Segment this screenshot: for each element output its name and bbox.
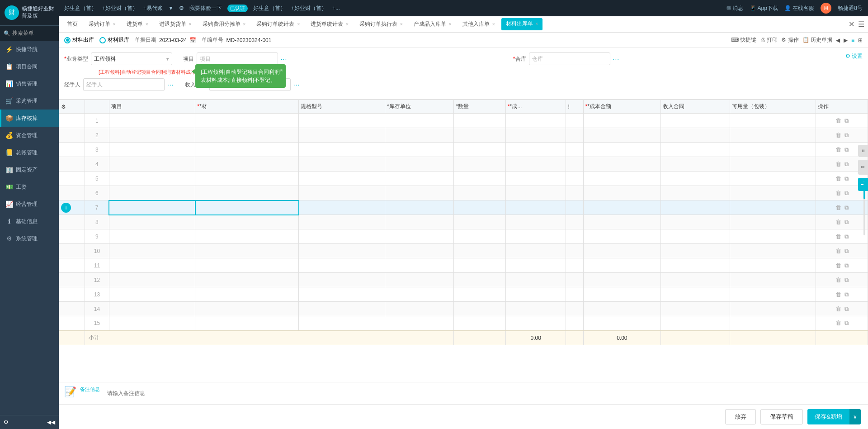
copy-row-icon[interactable]: ⧉ (844, 319, 849, 326)
sidebar-item-quick-nav[interactable]: ⚡ 快捷导航 (0, 41, 59, 58)
sidebar-item-basic[interactable]: ℹ 基础信息 (0, 213, 59, 230)
col-header-settings[interactable]: ⚙ (59, 100, 85, 114)
delete-row-icon[interactable]: 🗑 (835, 219, 841, 225)
sidebar-item-operations[interactable]: 📈 经营管理 (0, 195, 59, 213)
tab-close-icon[interactable]: × (113, 22, 116, 27)
copy-row-icon[interactable]: ⧉ (844, 248, 849, 254)
copy-row-icon[interactable]: ⧉ (844, 219, 849, 225)
delete-row-icon[interactable]: 🗑 (835, 146, 841, 153)
sidebar-item-sales[interactable]: 📊 销售管理 (0, 75, 59, 92)
settings-btn[interactable]: ⚙ 设置 (845, 52, 863, 60)
tab-purchase-exec[interactable]: 采购订单执行表× (355, 19, 407, 30)
extra-nav-2[interactable]: +好业财（首） (291, 5, 327, 12)
global-nav-item-3[interactable]: +易代账 (143, 5, 163, 12)
topbar-menu-btn[interactable]: ☰ (858, 20, 864, 29)
scrollbar-thumb[interactable] (863, 181, 865, 199)
save-new-button[interactable]: 保存&新增 (807, 409, 849, 424)
tab-close-icon[interactable]: × (400, 22, 403, 27)
extra-nav-1[interactable]: 好生意（首） (253, 5, 286, 12)
radio-material-out[interactable]: 材料出库 (64, 36, 94, 44)
copy-row-icon[interactable]: ⧉ (844, 132, 849, 138)
warehouse-more-icon[interactable]: ··· (613, 55, 620, 62)
delete-row-icon[interactable]: 🗑 (835, 319, 841, 326)
sidebar-item-ledger[interactable]: 📒 总账管理 (0, 144, 59, 161)
sidebar-item-inventory[interactable]: 📦 库存核算 (0, 110, 59, 127)
copy-row-icon[interactable]: ⧉ (844, 161, 849, 167)
project-more-icon[interactable]: ··· (281, 55, 288, 62)
sidebar-item-project[interactable]: 📋 项目合同 (0, 58, 59, 75)
settings-gear-icon[interactable]: ⚙ (179, 5, 184, 11)
tab-other-inbound[interactable]: 其他入库单× (458, 19, 500, 30)
tab-incoming-stats[interactable]: 进货单统计表× (306, 19, 353, 30)
copy-row-icon[interactable]: ⧉ (844, 175, 849, 182)
copy-row-icon[interactable]: ⧉ (844, 146, 849, 153)
topbar-close-btn[interactable]: ✕ (849, 20, 854, 29)
delete-row-icon[interactable]: 🗑 (835, 190, 841, 196)
copy-row-icon[interactable]: ⧉ (844, 262, 849, 269)
view-list-icon[interactable]: ≡ (851, 37, 854, 43)
delete-row-icon[interactable]: 🗑 (835, 233, 841, 240)
tab-close-icon[interactable]: × (146, 22, 148, 27)
global-nav-dropdown-icon[interactable]: ▼ (168, 5, 174, 11)
sidebar-search[interactable]: 🔍 搜索菜单 (0, 26, 59, 41)
tab-close-icon[interactable]: × (492, 22, 495, 27)
tab-material-outbound[interactable]: 材料出库单× (501, 18, 543, 30)
settings-icon[interactable]: ⚙ (4, 419, 9, 425)
copy-row-icon[interactable]: ⧉ (844, 291, 849, 298)
handler-more-icon[interactable]: ··· (167, 81, 174, 88)
income-contract-more-icon[interactable]: ··· (293, 81, 300, 88)
discard-button[interactable]: 放弃 (725, 409, 756, 424)
delete-row-icon[interactable]: 🗑 (835, 262, 841, 269)
right-panel-btn-1[interactable]: ≡ (858, 145, 868, 157)
handler-input[interactable]: 经手人 (83, 78, 165, 91)
history-btn[interactable]: 📋 历史单据 (802, 36, 832, 44)
sidebar-item-assets[interactable]: 🏢 固定资产 (0, 161, 59, 178)
right-panel-btn-2[interactable]: ✏ (858, 160, 868, 175)
save-draft-button[interactable]: 保存草稿 (760, 409, 803, 424)
tab-home[interactable]: 首页 (62, 19, 82, 30)
warehouse-input[interactable]: 仓库 (529, 52, 610, 65)
view-grid-icon[interactable]: ⊞ (858, 37, 863, 43)
delete-row-icon[interactable]: 🗑 (835, 276, 841, 283)
project-input[interactable]: 项目 (197, 52, 278, 65)
col-header-info[interactable]: ! (566, 100, 583, 114)
print-btn[interactable]: 🖨 打印 (760, 36, 778, 44)
radio-material-return[interactable]: 材料退库 (99, 36, 129, 44)
delete-row-icon[interactable]: 🗑 (835, 204, 841, 211)
copy-row-icon[interactable]: ⧉ (844, 276, 849, 283)
tab-purchase-order[interactable]: 采购订单× (84, 19, 120, 30)
experience-link[interactable]: 我要体验一下 (189, 5, 222, 12)
shortcut-btn[interactable]: ⌨ 快捷键 (731, 36, 756, 44)
business-type-input[interactable]: 工程领料 ▼ (91, 52, 172, 65)
add-row-button[interactable]: + (61, 203, 71, 213)
sidebar-item-finance[interactable]: 💰 资金管理 (0, 127, 59, 144)
copy-row-icon[interactable]: ⧉ (844, 190, 849, 196)
delete-row-icon[interactable]: 🗑 (835, 117, 841, 124)
collapse-icon[interactable]: ◀◀ (47, 419, 55, 425)
copy-row-icon[interactable]: ⧉ (844, 204, 849, 211)
right-panel-btn-3[interactable]: ⬆ (858, 178, 868, 191)
notes-input[interactable] (104, 386, 863, 400)
sidebar-item-purchase[interactable]: 🛒 采购管理 (0, 92, 59, 110)
tab-close-icon[interactable]: × (189, 22, 192, 27)
sidebar-item-payroll[interactable]: 💵 工资 (0, 178, 59, 195)
tab-product-inbound[interactable]: 产成品入库单× (409, 19, 456, 30)
app-download-link[interactable]: 📱 App下载 (750, 5, 778, 12)
nav-next-icon[interactable]: ▶ (844, 37, 848, 43)
extra-nav-3[interactable]: +... (332, 5, 340, 11)
delete-row-icon[interactable]: 🗑 (835, 248, 841, 254)
delete-row-icon[interactable]: 🗑 (835, 291, 841, 298)
tab-close-icon[interactable]: × (449, 22, 452, 27)
operations-btn[interactable]: ⚙ 操作 (781, 36, 798, 44)
tab-incoming[interactable]: 进货单× (122, 19, 153, 30)
copy-row-icon[interactable]: ⧉ (844, 117, 849, 124)
save-new-dropdown-button[interactable]: ∨ (849, 409, 861, 424)
online-service-link[interactable]: 👤 在线客服 (784, 5, 814, 12)
tab-close-active-icon[interactable]: × (536, 21, 538, 26)
tab-close-icon[interactable]: × (346, 22, 349, 27)
sidebar-item-system[interactable]: ⚙ 系统管理 (0, 230, 59, 247)
delete-row-icon[interactable]: 🗑 (835, 175, 841, 182)
tooltip-close-icon[interactable]: × (280, 66, 283, 74)
copy-row-icon[interactable]: ⧉ (844, 233, 849, 240)
delete-row-icon[interactable]: 🗑 (835, 161, 841, 167)
